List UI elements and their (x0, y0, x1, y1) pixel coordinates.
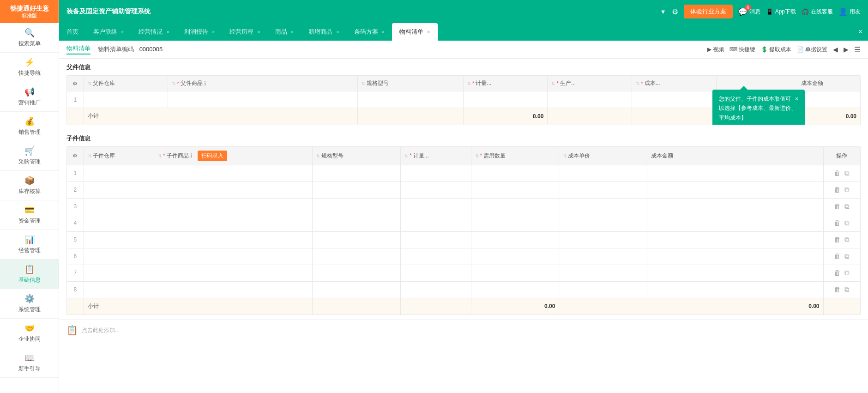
tab-home[interactable]: 首页 (59, 23, 86, 41)
close-all-tabs[interactable]: × (853, 28, 868, 36)
child-qty-8[interactable] (471, 281, 559, 298)
child-ucost-1[interactable] (559, 165, 647, 181)
parent-unit-1[interactable] (463, 91, 548, 108)
child-unit-5[interactable] (401, 231, 471, 248)
child-warehouse-5[interactable] (84, 231, 154, 248)
nav-right-icon[interactable]: ▶ (844, 46, 849, 53)
child-spec-1[interactable] (313, 165, 401, 181)
delete-icon-8[interactable]: 🗑 (834, 285, 841, 294)
dropdown-arrow-icon[interactable]: ▼ (660, 8, 666, 15)
child-unit-3[interactable] (401, 198, 471, 215)
sidebar-item-basic-info[interactable]: 📋 基础信息 (0, 260, 59, 289)
tab-profit-close[interactable]: × (212, 29, 215, 35)
tab-goods[interactable]: 商品× (268, 23, 301, 41)
child-warehouse-2[interactable] (84, 181, 154, 198)
delete-icon-3[interactable]: 🗑 (834, 202, 841, 211)
child-unit-8[interactable] (401, 281, 471, 298)
child-qty-6[interactable] (471, 248, 559, 265)
parent-spec-1[interactable] (358, 91, 463, 108)
child-warehouse-8[interactable] (84, 281, 154, 298)
child-spec-8[interactable] (313, 281, 401, 298)
user-area[interactable]: 👤 用友 (838, 7, 861, 16)
parent-product-1[interactable] (168, 91, 358, 108)
sidebar-item-purchase[interactable]: 🛒 采购管理 (0, 141, 59, 171)
child-spec-6[interactable] (313, 248, 401, 265)
child-product-7[interactable] (154, 265, 313, 281)
child-spec-7[interactable] (313, 265, 401, 281)
child-unit-1[interactable] (401, 165, 471, 181)
child-product-2[interactable] (154, 181, 313, 198)
tab-customer[interactable]: 客户联络× (86, 23, 131, 41)
copy-icon-6[interactable]: ⧉ (844, 252, 850, 260)
delete-icon-4[interactable]: 🗑 (834, 219, 841, 227)
sidebar-item-marketing[interactable]: 📢 营销推广 (0, 82, 59, 112)
settings-icon[interactable]: ⚙ (672, 7, 678, 16)
child-warehouse-1[interactable] (84, 165, 154, 181)
child-unit-2[interactable] (401, 181, 471, 198)
child-ucost-5[interactable] (559, 231, 647, 248)
app-download-area[interactable]: 📱 App下载 (766, 8, 796, 16)
tab-goods-close[interactable]: × (291, 29, 294, 35)
delete-icon-1[interactable]: 🗑 (834, 169, 841, 177)
tool-shortcut[interactable]: ⌨ 快捷键 (729, 46, 755, 54)
tab-history-close[interactable]: × (257, 29, 260, 35)
parent-production-1[interactable] (548, 91, 632, 108)
sidebar-item-operations[interactable]: 📊 经营管理 (0, 230, 59, 260)
parent-col-settings[interactable]: ⚙ (67, 76, 84, 91)
child-qty-5[interactable] (471, 231, 559, 248)
sidebar-item-collab[interactable]: 🤝 企业协同 (0, 319, 59, 348)
child-unit-6[interactable] (401, 248, 471, 265)
tab-bom-close[interactable]: × (427, 29, 430, 35)
child-qty-1[interactable] (471, 165, 559, 181)
child-spec-2[interactable] (313, 181, 401, 198)
tab-customer-close[interactable]: × (121, 29, 124, 35)
child-unit-4[interactable] (401, 215, 471, 231)
child-ucost-2[interactable] (559, 181, 647, 198)
tab-bom[interactable]: 物料清单× (392, 23, 437, 41)
delete-icon-6[interactable]: 🗑 (834, 252, 841, 260)
delete-icon-2[interactable]: 🗑 (834, 186, 841, 194)
child-warehouse-3[interactable] (84, 198, 154, 215)
sub-tab-bom-list[interactable]: 物料清单 (66, 44, 90, 54)
tab-add-goods-close[interactable]: × (336, 29, 339, 35)
tool-cost[interactable]: 💲 提取成本 (761, 46, 791, 54)
child-product-6[interactable] (154, 248, 313, 265)
grid-view-icon[interactable]: ☰ (854, 45, 861, 54)
tab-profit[interactable]: 利润报告× (177, 23, 222, 41)
scan-input-button[interactable]: 扫码录入 (198, 151, 227, 161)
child-ucost-3[interactable] (559, 198, 647, 215)
child-ucost-4[interactable] (559, 215, 647, 231)
copy-icon-5[interactable]: ⧉ (844, 236, 850, 244)
tooltip-close-button[interactable]: × (795, 94, 798, 103)
delete-icon-5[interactable]: 🗑 (834, 236, 841, 244)
child-warehouse-6[interactable] (84, 248, 154, 265)
sidebar-item-finance[interactable]: 💳 资金管理 (0, 200, 59, 230)
parent-warehouse-1[interactable] (84, 91, 168, 108)
online-service-area[interactable]: 🎧 在线客服 (802, 8, 833, 16)
child-product-8[interactable] (154, 281, 313, 298)
copy-icon-1[interactable]: ⧉ (844, 169, 850, 177)
copy-icon-4[interactable]: ⧉ (844, 219, 850, 227)
sidebar-item-guide[interactable]: 📖 新手引导 (0, 348, 59, 378)
child-ucost-7[interactable] (559, 265, 647, 281)
child-qty-7[interactable] (471, 265, 559, 281)
child-ucost-6[interactable] (559, 248, 647, 265)
child-product-5[interactable] (154, 231, 313, 248)
child-qty-3[interactable] (471, 198, 559, 215)
tab-ops-close[interactable]: × (166, 29, 169, 35)
child-qty-2[interactable] (471, 181, 559, 198)
sidebar-item-quick-nav[interactable]: ⚡ 快捷导航 (0, 53, 59, 82)
child-spec-4[interactable] (313, 215, 401, 231)
child-unit-7[interactable] (401, 265, 471, 281)
child-ucost-8[interactable] (559, 281, 647, 298)
copy-icon-3[interactable]: ⧉ (844, 202, 850, 211)
tab-add-goods[interactable]: 新增商品× (301, 23, 346, 41)
tab-history[interactable]: 经营历程× (222, 23, 267, 41)
tool-settings[interactable]: 📄 单据设置 (797, 46, 827, 54)
tool-video[interactable]: ▶ 视频 (707, 46, 724, 54)
child-warehouse-4[interactable] (84, 215, 154, 231)
sidebar-item-sales[interactable]: 💰 销售管理 (0, 112, 59, 141)
child-product-4[interactable] (154, 215, 313, 231)
tab-barcode-close[interactable]: × (382, 29, 385, 35)
parent-cost-1[interactable] (632, 91, 717, 108)
